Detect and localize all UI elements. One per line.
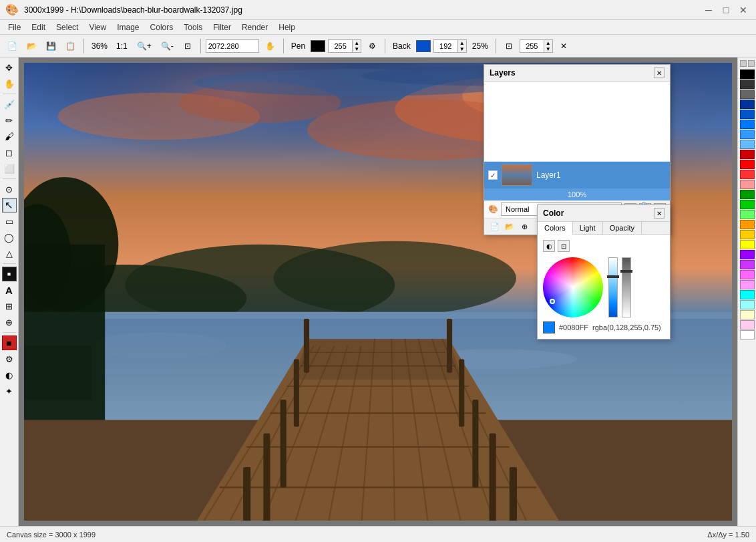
menu-file[interactable]: File bbox=[3, 21, 26, 33]
menu-image[interactable]: Image bbox=[112, 21, 144, 33]
save-button[interactable]: 💾 bbox=[43, 38, 59, 54]
menu-filter[interactable]: Filter bbox=[208, 21, 236, 33]
color-opacity-slider[interactable] bbox=[622, 257, 631, 317]
menu-edit[interactable]: Edit bbox=[26, 21, 51, 33]
menu-select[interactable]: Select bbox=[51, 21, 83, 33]
menu-render[interactable]: Render bbox=[236, 21, 273, 33]
palette-color-lightcyan[interactable] bbox=[740, 300, 755, 309]
pan-tool-btn[interactable]: ✋ bbox=[262, 38, 278, 54]
palette-color-gray[interactable] bbox=[740, 90, 755, 99]
eraser-tool[interactable]: ◻ bbox=[2, 145, 17, 160]
color-icon-btn1[interactable]: ◐ bbox=[543, 240, 555, 252]
back-down-arrow[interactable]: ▼ bbox=[458, 46, 466, 52]
layer-copy-btn[interactable]: ⊕ bbox=[518, 221, 531, 233]
palette-color-black[interactable] bbox=[740, 70, 755, 79]
color-blue-slider[interactable] bbox=[608, 257, 618, 317]
zoom-out-button[interactable]: 🔍- bbox=[158, 38, 177, 54]
maximize-button[interactable]: □ bbox=[719, 3, 733, 17]
text-tool[interactable]: A bbox=[2, 283, 17, 297]
color-panel-close[interactable]: ✕ bbox=[654, 208, 665, 219]
color-icon-btn2[interactable]: ⊡ bbox=[558, 240, 570, 252]
zoom-in-button[interactable]: 🔍+ bbox=[134, 38, 155, 54]
back-value-input[interactable] bbox=[433, 39, 457, 53]
opacity-down-arrow[interactable]: ▼ bbox=[544, 46, 552, 52]
canvas-area[interactable]: Layers ✕ ✓ Layer1 100% 🎨 Normal Multiply… bbox=[19, 57, 737, 526]
bg-color-swatch[interactable] bbox=[416, 40, 431, 52]
palette-ctrl-btn1[interactable] bbox=[740, 60, 747, 67]
palette-color-lightblue2[interactable] bbox=[740, 140, 755, 149]
menu-tools[interactable]: Tools bbox=[178, 21, 208, 33]
palette-color-magenta[interactable] bbox=[740, 270, 755, 279]
reset-btn[interactable]: ✕ bbox=[556, 38, 572, 54]
palette-color-pink[interactable] bbox=[740, 180, 755, 189]
palette-color-cyan[interactable] bbox=[740, 290, 755, 299]
coord-input[interactable] bbox=[206, 39, 259, 53]
triangle-tool[interactable]: △ bbox=[2, 246, 17, 261]
menu-help[interactable]: Help bbox=[273, 21, 301, 33]
palette-color-lightgreen[interactable] bbox=[740, 210, 755, 219]
move-tool[interactable]: ✥ bbox=[2, 60, 17, 75]
palette-color-lightmagenta[interactable] bbox=[740, 280, 755, 289]
palette-color-blue[interactable] bbox=[740, 120, 755, 129]
palette-color-orange[interactable] bbox=[740, 220, 755, 229]
layer-item[interactable]: ✓ Layer1 bbox=[484, 162, 670, 188]
palette-color-lightblue1[interactable] bbox=[740, 130, 755, 139]
pen-value-input[interactable] bbox=[328, 39, 352, 53]
palette-color-red[interactable] bbox=[740, 150, 755, 159]
tab-opacity[interactable]: Opacity bbox=[603, 222, 642, 234]
pen-options-btn[interactable]: ⚙ bbox=[364, 38, 380, 54]
palette-color-lightpink[interactable] bbox=[740, 320, 755, 329]
layers-panel-close[interactable]: ✕ bbox=[654, 67, 665, 78]
palette-color-brightyellow[interactable] bbox=[740, 240, 755, 249]
pencil-tool[interactable]: ✏ bbox=[2, 113, 17, 128]
palette-color-darkblue1[interactable] bbox=[740, 100, 755, 109]
menu-colors[interactable]: Colors bbox=[145, 21, 179, 33]
palette-color-brightred[interactable] bbox=[740, 160, 755, 169]
eyedropper-tool[interactable]: 💉 bbox=[2, 97, 17, 112]
palette-color-green[interactable] bbox=[740, 190, 755, 199]
heal-tool[interactable]: ⚙ bbox=[2, 352, 17, 366]
copy-button[interactable]: 📋 bbox=[62, 38, 79, 54]
close-button[interactable]: ✕ bbox=[736, 3, 751, 17]
blue-slider-thumb[interactable] bbox=[607, 275, 619, 278]
minimize-button[interactable]: ─ bbox=[701, 3, 716, 17]
palette-color-yellow[interactable] bbox=[740, 230, 755, 239]
zoom-fit-button[interactable]: ⊡ bbox=[180, 38, 196, 54]
palette-color-darkgray[interactable] bbox=[740, 80, 755, 89]
color-wheel[interactable] bbox=[543, 257, 603, 317]
fg-color-btn[interactable]: ■ bbox=[2, 267, 17, 281]
palette-color-purple[interactable] bbox=[740, 250, 755, 259]
menu-view[interactable]: View bbox=[83, 21, 112, 33]
tab-colors[interactable]: Colors bbox=[538, 222, 573, 235]
transform-tool[interactable]: ⊞ bbox=[2, 299, 17, 313]
extra-tool[interactable]: ✦ bbox=[2, 384, 17, 398]
palette-color-lightred[interactable] bbox=[740, 170, 755, 179]
extra1-btn[interactable]: ⊡ bbox=[501, 38, 517, 54]
brush-tool[interactable]: 🖌 bbox=[2, 129, 17, 144]
zoom-1to1-button[interactable]: 1:1 bbox=[113, 38, 131, 54]
smudge-tool[interactable]: ◐ bbox=[2, 368, 17, 382]
hand-tool[interactable]: ✋ bbox=[2, 76, 17, 91]
palette-color-white[interactable] bbox=[740, 330, 755, 340]
rect-select-tool[interactable]: ▭ bbox=[2, 214, 17, 229]
open-button[interactable]: 📂 bbox=[23, 38, 40, 54]
layers-panel-header[interactable]: Layers ✕ bbox=[484, 65, 670, 82]
layer-visibility-check[interactable]: ✓ bbox=[488, 170, 498, 180]
ellipse-tool[interactable]: ◯ bbox=[2, 230, 17, 245]
select-tool[interactable]: ↖ bbox=[2, 198, 17, 213]
opacity-up-arrow[interactable]: ▲ bbox=[544, 40, 552, 46]
color-preview-swatch[interactable] bbox=[543, 321, 555, 333]
layer-opacity-bar[interactable]: 100% bbox=[484, 188, 670, 200]
palette-ctrl-btn2[interactable] bbox=[748, 60, 755, 67]
lasso-tool[interactable]: ⊙ bbox=[2, 182, 17, 196]
palette-color-lightpurple[interactable] bbox=[740, 260, 755, 269]
opacity-slider-thumb[interactable] bbox=[620, 270, 632, 273]
palette-color-darkblue2[interactable] bbox=[740, 110, 755, 119]
pen-up-arrow[interactable]: ▲ bbox=[353, 40, 361, 46]
tab-light[interactable]: Light bbox=[573, 222, 603, 234]
color-panel-header[interactable]: Color ✕ bbox=[538, 205, 670, 222]
red-btn[interactable]: ■ bbox=[2, 335, 17, 350]
fg-color-swatch[interactable] bbox=[311, 40, 325, 52]
opacity-value-input[interactable] bbox=[520, 39, 544, 53]
layer-new-btn[interactable]: 📄 bbox=[488, 221, 502, 233]
